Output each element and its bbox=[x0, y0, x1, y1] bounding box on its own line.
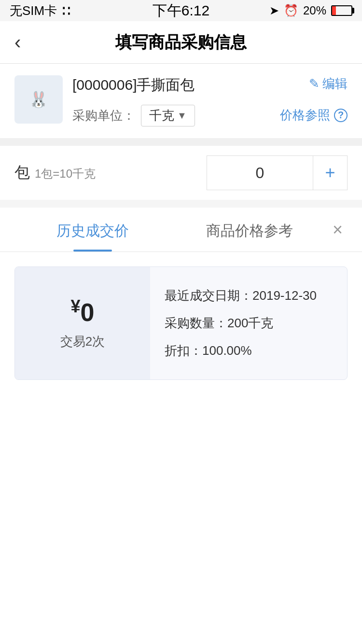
tab-history-price[interactable]: 历史成交价 bbox=[14, 208, 171, 252]
recent-date-value: 2019-12-30 bbox=[252, 288, 317, 303]
product-unit-row: 采购单位： 千克 ▼ bbox=[72, 105, 195, 126]
page-title: 填写商品采购信息 bbox=[115, 31, 247, 54]
product-actions: ✎ 编辑 价格参照 ? bbox=[280, 75, 348, 124]
edit-button[interactable]: ✎ 编辑 bbox=[309, 75, 348, 92]
product-info: [0000006]手撕面包 采购单位： 千克 ▼ bbox=[72, 75, 195, 126]
recent-date-row: 最近成交日期：2019-12-30 bbox=[165, 286, 333, 305]
price-ref-label: 价格参照 bbox=[280, 107, 330, 124]
product-name: [0000006]手撕面包 bbox=[72, 75, 195, 95]
product-card: 🐰 [0000006]手撕面包 采购单位： 千克 ▼ ✎ 编辑 价格参照 bbox=[0, 64, 362, 138]
bottom-fill bbox=[0, 394, 362, 644]
discount-row: 折扣：100.00% bbox=[165, 341, 333, 360]
back-button[interactable]: ‹ bbox=[14, 31, 21, 53]
tab-close-button[interactable]: × bbox=[328, 215, 348, 245]
discount-value: 100.00% bbox=[202, 343, 252, 358]
unit-arrow-icon: ▼ bbox=[177, 110, 187, 121]
edit-icon: ✎ bbox=[309, 76, 320, 91]
status-right: ➤ ⏰ 20% bbox=[269, 4, 352, 17]
product-image: 🐰 bbox=[14, 75, 63, 124]
status-time: 下午6:12 bbox=[153, 1, 209, 21]
unit-selector[interactable]: 千克 ▼ bbox=[141, 105, 195, 126]
tabs-header: 历史成交价 商品价格参考 × bbox=[0, 208, 362, 252]
purchase-qty-row: 采购数量：200千克 bbox=[165, 314, 333, 333]
tab-product-price[interactable]: 商品价格参考 bbox=[171, 208, 327, 252]
battery-icon bbox=[331, 5, 352, 16]
battery-percent: 20% bbox=[303, 4, 326, 17]
recent-date-label: 最近成交日期： bbox=[165, 288, 252, 303]
carrier-text: 无SIM卡 ∷ bbox=[10, 2, 70, 19]
carrier-info: 无SIM卡 ∷ bbox=[10, 2, 70, 19]
unit-sub: 1包=10千克 bbox=[35, 166, 96, 182]
history-content: ¥0 交易2次 最近成交日期：2019-12-30 采购数量：200千克 折扣：… bbox=[0, 252, 362, 394]
purchase-qty-value: 200千克 bbox=[227, 316, 273, 330]
unit-main: 包 bbox=[14, 162, 30, 183]
nav-bar: ‹ 填写商品采购信息 bbox=[0, 21, 362, 64]
section-divider bbox=[0, 138, 362, 146]
unit-value: 千克 bbox=[149, 107, 174, 124]
price-symbol: ¥ bbox=[71, 296, 81, 316]
history-price-value: ¥0 bbox=[71, 296, 95, 327]
unit-label: 采购单位： bbox=[72, 107, 135, 124]
product-logo-icon: 🐰 bbox=[29, 90, 48, 109]
edit-label: 编辑 bbox=[322, 75, 348, 92]
purchase-qty-label: 采购数量： bbox=[165, 316, 227, 330]
quantity-input-area: + bbox=[207, 155, 348, 190]
history-details-section: 最近成交日期：2019-12-30 采购数量：200千克 折扣：100.00% bbox=[150, 267, 347, 379]
price-amount: 0 bbox=[81, 299, 95, 327]
quantity-plus-button[interactable]: + bbox=[313, 155, 348, 190]
quantity-row: 包 1包=10千克 + bbox=[0, 146, 362, 200]
quantity-label: 包 1包=10千克 bbox=[14, 162, 96, 183]
status-bar: 无SIM卡 ∷ 下午6:12 ➤ ⏰ 20% bbox=[0, 0, 362, 21]
quantity-input[interactable] bbox=[207, 155, 313, 190]
location-icon: ➤ bbox=[269, 4, 279, 17]
price-ref-help-icon: ? bbox=[334, 109, 348, 122]
history-card: ¥0 交易2次 最近成交日期：2019-12-30 采购数量：200千克 折扣：… bbox=[14, 266, 348, 380]
history-price-section: ¥0 交易2次 bbox=[15, 267, 150, 379]
discount-label: 折扣： bbox=[165, 343, 202, 358]
history-count: 交易2次 bbox=[60, 333, 105, 350]
tabs-container: 历史成交价 商品价格参考 × ¥0 交易2次 最近成交日期：2019-12-30… bbox=[0, 208, 362, 394]
price-ref-button[interactable]: 价格参照 ? bbox=[280, 107, 348, 124]
alarm-icon: ⏰ bbox=[284, 4, 298, 17]
